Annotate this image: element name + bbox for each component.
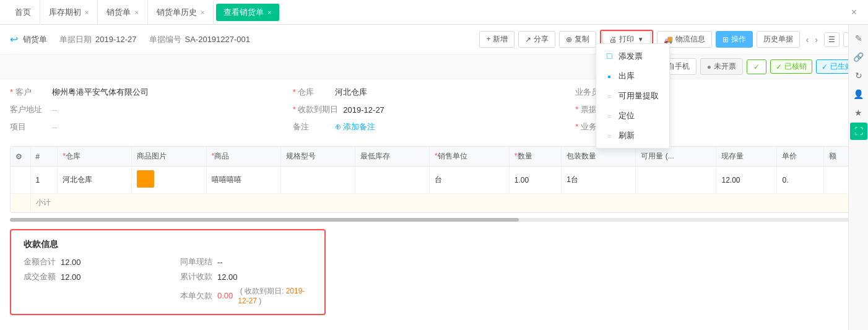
td-spec <box>280 167 355 194</box>
cumulative-value: 12.00 <box>217 272 238 282</box>
th-settings[interactable]: ⚙ <box>11 147 30 167</box>
print-icon: 🖨 <box>609 35 617 44</box>
not-open-button[interactable]: ● 未开票 <box>700 58 743 75</box>
total-amount-item: 金额合计 12.00 <box>24 256 155 267</box>
th-unit: *销售单位 <box>430 147 510 167</box>
td-available <box>636 167 716 194</box>
right-sidebar: ✎ 🔗 ↻ 👤 ★ ⛶ <box>848 25 868 330</box>
th-product: *商品 <box>206 147 280 167</box>
transaction-value: 12.00 <box>61 272 81 282</box>
available-qty-icon: ○ <box>605 92 614 100</box>
share-button[interactable]: ↗ 分享 <box>518 31 555 48</box>
tab-home[interactable]: 首页 <box>6 0 40 25</box>
th-product-img: 商品图片 <box>132 147 206 167</box>
subtotal-empty-1 <box>11 194 30 212</box>
not-open-icon: ● <box>707 63 711 71</box>
sidebar-expand-icon[interactable]: ⛶ <box>850 123 867 140</box>
customer-value: 柳州粤港平安气体有限公司 <box>52 87 149 98</box>
th-available: 可用量 (... <box>636 147 716 167</box>
dropdown-locate[interactable]: ○ 定位 <box>596 106 669 126</box>
th-pack-qty: 包装数量 <box>562 147 636 167</box>
view-list-btn[interactable]: ☰ <box>824 32 840 47</box>
logistics-icon: 🚚 <box>664 35 673 44</box>
verified-check-icon: ✓ <box>776 63 782 71</box>
form-row-2: 客户地址 -- 收款到期日 2019-12-27 票据类型 不开票 <box>10 104 858 115</box>
same-order-item: 同单现结 -- <box>180 256 312 267</box>
copy-icon: ⊕ <box>566 35 572 44</box>
table-header-row: ⚙ # *仓库 商品图片 *商品 规格型号 最低库存 *销售单位 *数量 包装数… <box>11 147 857 167</box>
dropdown-available-qty[interactable]: ○ 可用量提取 <box>596 86 669 106</box>
doc-type-icon: ↩ <box>10 33 18 45</box>
transaction-item: 成交金额 12.00 <box>24 271 155 282</box>
product-image <box>137 170 154 188</box>
doc-title: ↩ 销货单 <box>10 33 47 45</box>
th-unit-price: 单价 <box>777 147 824 167</box>
th-warehouse: *仓库 <box>58 147 132 167</box>
share-icon: ↗ <box>525 35 531 44</box>
tab-inventory-init-close[interactable]: × <box>85 9 89 16</box>
add-note-btn[interactable]: ⊕ 添加备注 <box>335 121 376 132</box>
warehouse-value: 河北仓库 <box>335 87 367 98</box>
scroll-thumb <box>10 218 519 222</box>
main-content: ↩ 销货单 单据日期 2019-12-27 单据编号 SA-20191227-0… <box>0 25 868 330</box>
subtotal-label: 小计 <box>30 194 857 212</box>
prev-arrow[interactable]: ‹ <box>804 35 812 45</box>
verified-badge: ✓ 已核销 <box>770 59 812 74</box>
dropdown-refresh[interactable]: ○ 刷新 <box>596 126 669 145</box>
sidebar-link-icon[interactable]: 🔗 <box>850 48 867 66</box>
doc-date-value: 2019-12-27 <box>95 35 137 44</box>
same-order-value: -- <box>217 258 223 267</box>
current-due-item: 本单欠款 0.00 ( 收款到期日: 2019-12-27 ) <box>180 286 312 305</box>
doc-number-field: 单据编号 SA-20191227-001 <box>149 34 251 45</box>
verified-icon-btn[interactable]: ✓ <box>747 59 766 74</box>
copy-button[interactable]: ⊕ 复制 <box>559 31 596 48</box>
tab-inventory-init[interactable]: 库存期初 × <box>40 0 98 25</box>
th-seq: # <box>30 147 58 167</box>
print-dropdown-arrow[interactable]: ▼ <box>638 36 644 43</box>
refresh-icon: ○ <box>605 131 614 140</box>
doc-meta: 单据日期 2019-12-27 单据编号 SA-20191227-001 <box>59 34 250 45</box>
tab-view-sales[interactable]: 查看销货单 × <box>216 4 279 21</box>
tab-view-sales-close[interactable]: × <box>267 9 271 16</box>
payment-title: 收款信息 <box>24 239 312 250</box>
total-amount-value: 12.00 <box>61 258 81 267</box>
history-button[interactable]: 历史单据 <box>757 31 800 48</box>
check-icon: ✓ <box>753 63 760 71</box>
tab-sales-history[interactable]: 销货单历史 × <box>148 0 214 25</box>
dropdown-add-invoice[interactable]: ☐ 添发票 <box>596 46 669 66</box>
next-arrow[interactable]: › <box>812 35 820 45</box>
tab-sales-order-close[interactable]: × <box>134 9 138 16</box>
dropdown-outbound[interactable]: ● 出库 <box>596 66 669 86</box>
scroll-bar[interactable] <box>10 218 858 222</box>
operate-button[interactable]: ⊞ 操作 <box>716 31 753 48</box>
payment-date-value: 2019-12-27 <box>343 105 384 115</box>
form-section: 客户 柳州粤港平安气体有限公司 仓库 河北仓库 业务员 演示账号 客户地址 -- <box>0 79 868 146</box>
tab-sales-history-close[interactable]: × <box>201 9 204 16</box>
th-current-qty: 现存量 <box>716 147 777 167</box>
close-all-tabs[interactable]: × <box>846 7 862 18</box>
payment-date-field: 收款到期日 2019-12-27 <box>293 104 576 115</box>
cumulative-item: 累计收款 12.00 <box>180 271 312 282</box>
add-invoice-icon: ☐ <box>605 52 614 61</box>
doc-number-value: SA-20191227-001 <box>185 35 251 44</box>
current-due-value: 0.00 <box>217 291 233 300</box>
dropdown-menu: ☐ 添发票 ● 出库 ○ 可用量提取 ○ 定位 ○ 刷新 <box>596 43 670 149</box>
th-spec: 规格型号 <box>280 147 355 167</box>
table-section: ⚙ # *仓库 商品图片 *商品 规格型号 最低库存 *销售单位 *数量 包装数… <box>10 146 858 213</box>
form-row-3: 项目 -- 备注 ⊕ 添加备注 业务员孟 -- <box>10 121 858 132</box>
payment-grid: 金额合计 12.00 同单现结 -- 成交金额 12.00 累计收款 12.00… <box>24 256 312 305</box>
td-pack-qty: 1台 <box>562 167 636 194</box>
toolbar-row: 📱 来自手机 ● 未开票 ✓ ✓ 已核销 ✓ 已生效 <box>0 54 868 79</box>
tab-sales-order[interactable]: 销货单 × <box>98 0 147 25</box>
sidebar-edit-icon[interactable]: ✎ <box>850 30 867 47</box>
sidebar-person-icon[interactable]: 👤 <box>850 85 867 103</box>
project-value: -- <box>52 123 58 132</box>
sidebar-refresh-icon[interactable]: ↻ <box>850 67 867 84</box>
td-product-img <box>132 167 206 194</box>
sidebar-star-icon[interactable]: ★ <box>850 104 867 121</box>
note-field: 备注 ⊕ 添加备注 <box>293 121 576 132</box>
new-button[interactable]: + 新增 <box>479 31 514 48</box>
td-seq: 1 <box>30 167 58 194</box>
data-table: ⚙ # *仓库 商品图片 *商品 规格型号 最低库存 *销售单位 *数量 包装数… <box>11 147 857 212</box>
td-unit: 台 <box>430 167 510 194</box>
